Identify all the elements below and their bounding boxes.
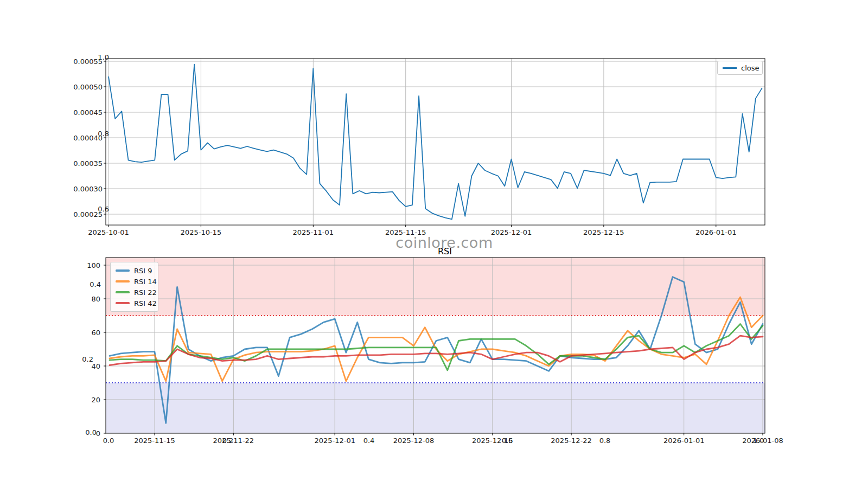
- phantom-x-label: 1.0: [753, 436, 764, 445]
- close-legend-label: close: [741, 64, 759, 72]
- price-y-tick-label: 0.00035: [73, 159, 103, 168]
- price-x-tick-label: 2025-10-15: [181, 228, 222, 236]
- rsi-y-tick-label: 60: [91, 329, 100, 337]
- rsi-x-tick-label: 2025-12-01: [314, 436, 355, 445]
- rsi-x-tick-label: 2026-01-01: [663, 436, 705, 445]
- legend-label: RSI 14: [134, 278, 157, 286]
- price-x-tick-label: 2025-12-01: [491, 228, 532, 236]
- rsi22-swatch: [116, 291, 130, 293]
- price-y-tick-label: 0.00030: [73, 185, 103, 193]
- phantom-x-label: 0.6: [502, 436, 513, 445]
- price-y-tick-label: 0.00045: [73, 108, 103, 117]
- close-line-swatch: [723, 67, 737, 69]
- price-x-tick-label: 2025-11-01: [293, 228, 334, 236]
- price-x-tick-label: 2025-12-15: [583, 228, 624, 236]
- legend-label: RSI 22: [134, 288, 157, 297]
- legend-rsi: RSI 9RSI 14RSI 22RSI 42: [110, 262, 158, 312]
- price-y-tick-label: 0.00050: [73, 83, 103, 91]
- phantom-x-label: 0.0: [103, 436, 114, 445]
- rsi-x-tick-label: 2025-12-08: [393, 436, 435, 445]
- rsi-x-tick-label: 2025-11-15: [134, 436, 175, 445]
- phantom-y-label: 0.6: [98, 205, 109, 213]
- rsi14-swatch: [116, 280, 130, 282]
- legend-label: RSI 9: [134, 267, 152, 275]
- phantom-x-label: 0.2: [222, 436, 234, 445]
- rsi22-line: [110, 324, 763, 370]
- rsi-y-tick-label: 20: [91, 396, 100, 404]
- legend-row-rsi14: RSI 14: [116, 276, 158, 287]
- phantom-y-label: 1.0: [98, 53, 109, 61]
- price-x-tick-label: 2025-10-01: [88, 228, 129, 236]
- phantom-y-label: 0.0: [85, 428, 97, 436]
- rsi-y-tick-label: 40: [91, 362, 100, 370]
- phantom-y-label: 0.8: [98, 130, 109, 138]
- legend-row-rsi9: RSI 9: [116, 265, 158, 276]
- price-x-tick-label: 2026-01-01: [695, 228, 737, 236]
- rsi-x-tick-label: 2025-12-22: [551, 436, 592, 445]
- legend-label: RSI 42: [134, 299, 157, 307]
- phantom-x-label: 0.8: [599, 436, 611, 445]
- close-line: [108, 65, 762, 220]
- rsi-x-tick-label: 2025-11-22: [213, 436, 254, 445]
- rsi-y-tick-label: 80: [91, 295, 100, 303]
- legend-row-rsi22: RSI 22: [116, 287, 158, 298]
- legend-row-rsi42: RSI 42: [116, 298, 158, 309]
- rsi-chart-title: RSI: [438, 246, 452, 256]
- legend-close: close: [717, 61, 763, 75]
- rsi-y-tick-label: 100: [87, 261, 100, 269]
- chart-figure: 0.000550.000500.000450.000400.000350.000…: [0, 0, 868, 488]
- phantom-x-label: 0.4: [363, 436, 375, 445]
- phantom-y-label: 0.4: [90, 280, 101, 288]
- rsi42-swatch: [116, 302, 130, 304]
- phantom-y-label: 0.2: [82, 355, 93, 363]
- rsi9-swatch: [116, 269, 130, 272]
